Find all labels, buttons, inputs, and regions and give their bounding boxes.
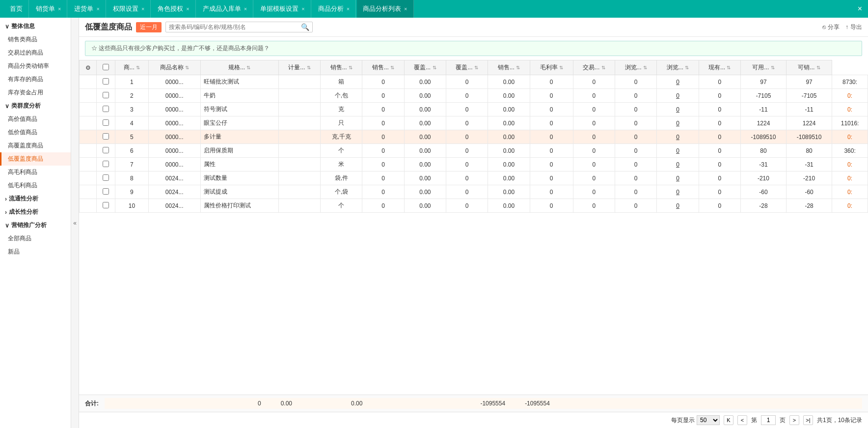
nav-tab-roles[interactable]: 角色授权 × xyxy=(152,0,195,18)
row-checkbox[interactable] xyxy=(97,75,115,89)
filter-button[interactable]: 近一月 xyxy=(136,22,162,32)
row-browse1[interactable]: 0 xyxy=(657,199,699,213)
close-icon[interactable]: × xyxy=(58,6,61,12)
th-trade[interactable]: 交易... ⇅ xyxy=(573,60,615,75)
sidebar-item-stock-capital[interactable]: 库存资金占用 xyxy=(0,86,71,99)
sidebar-item-high-coverage[interactable]: 高覆盖度商品 xyxy=(0,139,71,152)
row-select-checkbox[interactable] xyxy=(103,106,109,112)
sidebar-group-growth[interactable]: › 成长性分析 xyxy=(0,205,71,219)
sidebar-group-cluster[interactable]: ∨ 类群度分析 xyxy=(0,99,71,113)
row-select-checkbox[interactable] xyxy=(103,174,109,181)
row-checkbox[interactable] xyxy=(97,144,115,158)
page-size-select[interactable]: 50 100 200 xyxy=(697,415,720,425)
sidebar-group-overall[interactable]: ∨ 整体信息 xyxy=(0,20,71,33)
close-icon[interactable]: × xyxy=(347,6,350,12)
row-select-checkbox[interactable] xyxy=(103,119,109,126)
close-icon[interactable]: × xyxy=(301,6,304,12)
sidebar-group-circulation[interactable]: › 流通性分析 xyxy=(0,192,71,205)
row-browse1[interactable]: 0 xyxy=(657,103,699,116)
row-select-checkbox[interactable] xyxy=(103,188,109,195)
row-browse1[interactable]: 0 xyxy=(657,144,699,158)
close-icon[interactable]: × xyxy=(404,6,407,12)
th-name[interactable]: 商品名称 ⇅ xyxy=(148,60,200,75)
th-sales3[interactable]: 销售... ⇅ xyxy=(488,60,530,75)
row-name[interactable]: 测试数量 xyxy=(200,171,278,185)
th-spec[interactable]: 规格... ⇅ xyxy=(200,60,278,75)
row-checkbox[interactable] xyxy=(97,185,115,199)
select-all-checkbox[interactable] xyxy=(103,64,109,70)
row-select-checkbox[interactable] xyxy=(103,92,109,98)
first-page-button[interactable]: K xyxy=(724,415,733,425)
prev-page-button[interactable]: < xyxy=(737,415,747,425)
row-name[interactable]: 属性价格打印测试 xyxy=(200,199,278,213)
th-salable[interactable]: 可销... ⇅ xyxy=(787,60,832,75)
nav-tab-purchase[interactable]: 进货单 × xyxy=(68,0,106,18)
nav-tab-analysis[interactable]: 商品分析 × xyxy=(312,0,356,18)
row-name[interactable]: 启用保质期 xyxy=(200,144,278,158)
row-name[interactable]: 牛奶 xyxy=(200,89,278,103)
nav-tab-template[interactable]: 单据模板设置 × xyxy=(254,0,311,18)
sidebar-item-new-goods[interactable]: 新品 xyxy=(0,245,71,258)
sidebar-item-high-margin[interactable]: 高毛利商品 xyxy=(0,166,71,179)
sidebar-item-sales-goods[interactable]: 销售类商品 xyxy=(0,33,71,46)
sidebar-item-high-value[interactable]: 高价值商品 xyxy=(0,113,71,126)
row-checkbox[interactable] xyxy=(97,130,115,144)
row-checkbox[interactable] xyxy=(97,171,115,185)
row-name[interactable]: 多计量 xyxy=(200,130,278,144)
row-browse1[interactable]: 0 xyxy=(657,130,699,144)
last-page-button[interactable]: >| xyxy=(803,415,813,425)
export-button[interactable]: ↑ 导出 xyxy=(845,23,862,31)
row-name[interactable]: 属性 xyxy=(200,158,278,171)
page-number-input[interactable] xyxy=(761,415,776,425)
th-browse1[interactable]: 浏览... ⇅ xyxy=(615,60,657,75)
th-sales2[interactable]: 销售... ⇅ xyxy=(362,60,404,75)
row-name[interactable]: 旺铺批次测试 xyxy=(200,75,278,89)
nav-tab-production[interactable]: 产成品入库单 × xyxy=(197,0,253,18)
sidebar-item-low-value[interactable]: 低价值商品 xyxy=(0,126,71,139)
th-unit[interactable]: 计量... ⇅ xyxy=(278,60,320,75)
nav-tab-home[interactable]: 首页 xyxy=(4,0,29,18)
close-icon[interactable]: × xyxy=(186,6,189,12)
row-browse1[interactable]: 0 xyxy=(657,158,699,171)
row-browse1[interactable]: 0 xyxy=(657,116,699,130)
th-browse2[interactable]: 浏览... ⇅ xyxy=(657,60,699,75)
row-name[interactable]: 眼宝公仔 xyxy=(200,116,278,130)
row-browse1[interactable]: 0 xyxy=(657,75,699,89)
row-select-checkbox[interactable] xyxy=(103,161,109,167)
close-icon[interactable]: × xyxy=(141,6,144,12)
sidebar-item-category-rate[interactable]: 商品分类动销率 xyxy=(0,59,71,73)
th-id[interactable]: 商... ⇅ xyxy=(115,60,149,75)
row-checkbox[interactable] xyxy=(97,199,115,213)
sidebar-group-marketing[interactable]: ∨ 营销推广分析 xyxy=(0,219,71,232)
row-checkbox[interactable] xyxy=(97,116,115,130)
row-select-checkbox[interactable] xyxy=(103,133,109,140)
row-name[interactable]: 符号测试 xyxy=(200,103,278,116)
close-icon[interactable]: × xyxy=(96,6,99,12)
close-all-button[interactable]: × xyxy=(856,2,864,15)
row-checkbox[interactable] xyxy=(97,103,115,116)
next-page-button[interactable]: > xyxy=(789,415,799,425)
row-select-checkbox[interactable] xyxy=(103,78,109,85)
row-checkbox[interactable] xyxy=(97,89,115,103)
row-browse1[interactable]: 0 xyxy=(657,89,699,103)
close-icon[interactable]: × xyxy=(244,6,247,12)
row-name[interactable]: 测试提成 xyxy=(200,185,278,199)
th-coverage2[interactable]: 覆盖... ⇅ xyxy=(446,60,488,75)
row-browse1[interactable]: 0 xyxy=(657,185,699,199)
sidebar-item-all-goods[interactable]: 全部商品 xyxy=(0,232,71,245)
th-sales1[interactable]: 销售... ⇅ xyxy=(321,60,362,75)
sidebar-item-low-coverage[interactable]: 低覆盖度商品 xyxy=(0,152,71,166)
row-select-checkbox[interactable] xyxy=(103,147,109,153)
search-icon[interactable]: 🔍 xyxy=(301,23,309,31)
th-gear[interactable]: ⚙ xyxy=(80,60,97,75)
row-checkbox[interactable] xyxy=(97,158,115,171)
th-available[interactable]: 可用... ⇅ xyxy=(740,60,786,75)
sidebar-item-low-margin[interactable]: 低毛利商品 xyxy=(0,179,71,192)
share-button[interactable]: ⎋ 分享 xyxy=(822,23,840,31)
nav-tab-analysis-list[interactable]: 商品分析列表 × xyxy=(357,0,413,18)
sidebar-item-stocked-goods[interactable]: 有库存的商品 xyxy=(0,73,71,86)
th-current[interactable]: 现有... ⇅ xyxy=(699,60,740,75)
row-browse1[interactable]: 0 xyxy=(657,171,699,185)
nav-tab-permissions[interactable]: 权限设置 × xyxy=(107,0,151,18)
nav-tab-sales[interactable]: 销货单 × xyxy=(30,0,67,18)
